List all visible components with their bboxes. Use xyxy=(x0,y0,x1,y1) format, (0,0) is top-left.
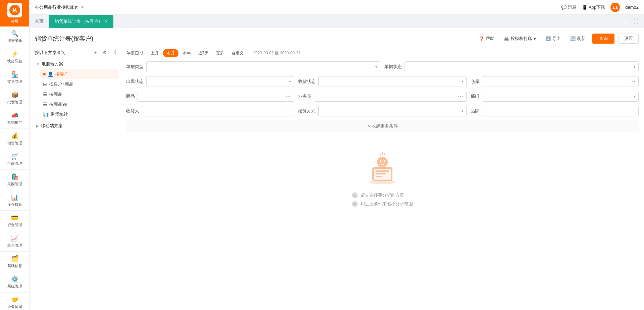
tab-maximize-button[interactable]: ⛶ xyxy=(632,17,640,25)
hint-item-1: ① 请先选择要分析的方案 xyxy=(352,191,413,200)
template-print-button[interactable]: 🖨️ 按模板打印 ▾ xyxy=(501,34,539,43)
scheme-item-return[interactable]: 📊 退货统计 xyxy=(40,109,118,119)
date-tab-last-month[interactable]: 上月 xyxy=(148,49,162,57)
sidebar-item-system[interactable]: ⚙️ 系统管理 xyxy=(0,272,29,293)
salesperson-dots-icon: ··· xyxy=(458,93,463,99)
header-left: 办公用品行业模拟账套 ▾ xyxy=(35,4,84,10)
product-input[interactable]: ··· xyxy=(138,91,294,102)
department-dropdown[interactable]: ▾ xyxy=(482,91,639,102)
filter-row-4: 收货人 ··· 结算方式 ▾ xyxy=(126,106,639,116)
group-collapsed-icon: ▶ xyxy=(36,124,39,128)
sales-icon: 💰 xyxy=(11,132,18,140)
scheme-group-mobile-title[interactable]: ▶ 移动端方案 xyxy=(35,121,118,131)
filter-item-receipt-status: 收款状态 ▾ xyxy=(298,76,466,87)
svg-line-13 xyxy=(384,153,385,155)
date-tab-this-month[interactable]: 本月 xyxy=(163,49,178,57)
filter-item-department: 部门 ▾ xyxy=(471,91,639,102)
sidebar-item-marketing[interactable]: 📣 营销推广 xyxy=(0,108,29,129)
sidebar-item-wholesale[interactable]: 📦 批发管理 xyxy=(0,88,29,108)
scheme-item-product99[interactable]: ☰ 按商品99 xyxy=(40,99,118,109)
doc-type-dropdown[interactable]: ▾ xyxy=(146,61,380,72)
marketing-icon: 📣 xyxy=(11,112,18,119)
header-title: 办公用品行业模拟账套 xyxy=(35,4,78,10)
search-icon: 🔍 xyxy=(11,30,18,37)
scheme-group-mobile: ▶ 移动端方案 xyxy=(35,121,118,131)
export-button[interactable]: ⬇️ 导出 xyxy=(543,34,564,43)
system-icon: ⚙️ xyxy=(11,275,18,283)
sidebar-item-enterprise[interactable]: 🤝 企业协同 xyxy=(0,293,29,310)
refresh-button[interactable]: 🔄 刷新 xyxy=(568,34,588,43)
sidebar-item-operation[interactable]: 📈 经营管理 xyxy=(0,231,29,252)
retail-icon: 🏪 xyxy=(11,71,18,78)
receipt-status-arrow-icon: ▾ xyxy=(462,80,464,84)
brand-input[interactable]: ··· xyxy=(482,106,639,116)
page-title: 销货单统计表(按客户) xyxy=(35,35,93,43)
scheme-item-customer-product[interactable]: ⊞ 按客户+商品 xyxy=(40,79,118,89)
product-dots-icon: ··· xyxy=(286,93,291,99)
product-scheme-icon: ☰ xyxy=(43,92,47,97)
receiver-input[interactable]: ··· xyxy=(142,106,294,116)
settlement-dropdown[interactable]: ▾ xyxy=(318,106,466,116)
date-tab-7days[interactable]: 近7天 xyxy=(195,49,212,57)
sidebar-item-inventory[interactable]: 📊 库存核算 xyxy=(0,190,29,211)
scheme-settings-button[interactable]: ⚙ xyxy=(101,49,108,56)
scheme-header: 按以下方案查询 ＋ ⚙ 《 xyxy=(35,49,118,56)
sidebar-item-retail[interactable]: 🏪 零售管理 xyxy=(0,67,29,88)
page-header: 销货单统计表(按客户) ❓ 帮助 🖨️ 按模板打印 ▾ ⬇️ 导出 xyxy=(35,34,639,44)
warehouse-input[interactable]: ··· xyxy=(482,76,639,87)
tab-minimize-button[interactable]: — xyxy=(621,17,629,25)
sidebar-item-ecommerce[interactable]: 🛒 电商管理 xyxy=(0,149,29,170)
sidebar-item-sales[interactable]: 💰 销售管理 xyxy=(0,129,29,149)
date-filter-row: 单据日期 上月 本月 本年 近7天 更多 自定义 2023-03-01 至 20… xyxy=(126,49,639,57)
customer-product-scheme-icon: ⊞ xyxy=(43,82,47,87)
app-download-button[interactable]: 📱 App下载 xyxy=(582,4,605,10)
sidebar-nav: 🔍 搜索菜单 ⚡ 快捷导航 🏪 零售管理 📦 批发管理 📣 营销推广 💰 销售管… xyxy=(0,27,29,310)
print-dropdown-icon: ▾ xyxy=(534,36,536,41)
logo-area[interactable]: 炫 标煜 xyxy=(0,0,29,27)
user-avatar[interactable]: Ea xyxy=(610,3,620,12)
scheme-item-customer[interactable]: 👤 按客户 xyxy=(40,69,118,79)
settlement-label: 结算方式 xyxy=(298,108,316,114)
scheme-group-pc-title[interactable]: ▼ 电脑端方案 xyxy=(35,59,118,69)
tab-home[interactable]: 首页 xyxy=(30,15,49,28)
sidebar-item-shortcut[interactable]: ⚡ 快捷导航 xyxy=(0,47,29,67)
doc-type-label: 单据类型 xyxy=(126,64,144,70)
message-button[interactable]: 💬 消息 xyxy=(561,4,577,10)
hint-item-2: ② 用过滤条件来缩小分析范围 xyxy=(352,200,413,208)
svg-point-10 xyxy=(384,160,385,162)
sidebar-item-basic[interactable]: 🗂️ 基础信息 xyxy=(0,252,29,272)
tab-sales-stats[interactable]: 销货单统计表（按客户） ✕ xyxy=(49,15,114,28)
sidebar-item-purchase[interactable]: 🛍️ 采购管理 xyxy=(0,170,29,190)
scheme-actions: ＋ ⚙ 《 xyxy=(92,49,118,56)
sidebar-item-finance[interactable]: 💳 资金管理 xyxy=(0,211,29,231)
page-actions: ❓ 帮助 🖨️ 按模板打印 ▾ ⬇️ 导出 🔄 刷新 xyxy=(476,34,639,44)
scheme-item-product[interactable]: ☰ 按商品 xyxy=(40,89,118,99)
salesperson-input[interactable]: ··· xyxy=(314,91,466,102)
receiver-label: 收货人 xyxy=(126,108,139,114)
settlement-arrow-icon: ▾ xyxy=(462,109,464,113)
filter-item-product: 商品 ··· xyxy=(126,91,294,102)
customer-scheme-icon: 👤 xyxy=(48,71,53,77)
user-name[interactable]: demo2 xyxy=(625,5,639,10)
help-button[interactable]: ❓ 帮助 xyxy=(476,34,497,43)
date-tab-this-year[interactable]: 本年 xyxy=(180,49,194,57)
filter-item-brand: 品牌 ··· xyxy=(471,106,639,116)
tab-close-icon[interactable]: ✕ xyxy=(105,19,108,24)
purchase-icon: 🛍️ xyxy=(11,173,18,180)
collapse-conditions-button[interactable]: ∧ 收起更多条件 xyxy=(126,120,639,132)
out-status-dropdown[interactable]: ▾ xyxy=(146,76,294,87)
svg-rect-7 xyxy=(376,176,382,177)
settings-button[interactable]: 设置 xyxy=(619,34,639,44)
date-tab-more[interactable]: 更多 xyxy=(213,49,227,57)
brand-label: 品牌 xyxy=(471,108,479,114)
doc-status-dropdown[interactable]: ▾ xyxy=(405,61,639,72)
receipt-status-dropdown[interactable]: ▾ xyxy=(318,76,466,87)
right-panel: 单据日期 上月 本月 本年 近7天 更多 自定义 2023-03-01 至 20… xyxy=(126,49,639,228)
query-button[interactable]: 查询 xyxy=(592,34,614,44)
scheme-collapse-button[interactable]: 《 xyxy=(110,49,118,56)
date-tab-custom[interactable]: 自定义 xyxy=(228,49,247,57)
sidebar-item-search[interactable]: 🔍 搜索菜单 xyxy=(0,27,29,47)
scheme-add-button[interactable]: ＋ xyxy=(92,49,99,56)
header-dropdown-icon[interactable]: ▾ xyxy=(81,5,84,10)
empty-illustration xyxy=(362,152,402,186)
